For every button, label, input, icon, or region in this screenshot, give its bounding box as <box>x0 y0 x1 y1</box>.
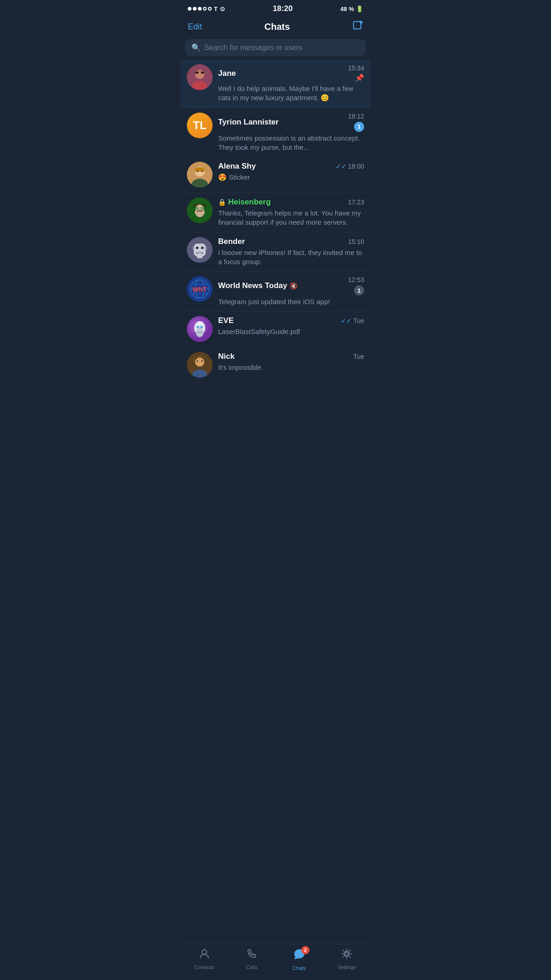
search-placeholder-text: Search for messages or users <box>204 44 302 52</box>
chat-header-bender: Bender 15:10 <box>218 237 364 246</box>
search-icon: 🔍 <box>191 43 201 52</box>
chat-right-jane: 15:34 📌 <box>344 64 364 82</box>
chat-item-bender[interactable]: Bender 15:10 I looove new iPhones! If fa… <box>180 232 371 272</box>
signal-strength <box>188 7 212 11</box>
chat-body-eve: EVE ✓✓ Tue LaserBlastSafetyGuide.pdf <box>218 316 364 336</box>
svg-text:WNT: WNT <box>192 286 207 293</box>
unread-badge-wnt: 1 <box>354 285 364 295</box>
chat-name-eve: EVE <box>218 316 234 325</box>
chat-preview-nick: It's impossible. <box>218 363 364 372</box>
nav-bar: Edit Chats <box>180 17 371 39</box>
status-right: 48 % 🔋 <box>340 6 363 12</box>
avatar-heisenberg <box>187 198 213 223</box>
chat-header-jane: Jane 15:34 📌 <box>218 64 364 82</box>
chat-name-jane: Jane <box>218 69 236 78</box>
chat-time-nick: Tue <box>353 353 364 360</box>
chat-item-eve[interactable]: EVE ✓✓ Tue LaserBlastSafetyGuide.pdf <box>180 312 371 347</box>
chat-meta-bender: I looove new iPhones! If fact, they invi… <box>218 248 364 267</box>
svg-point-48 <box>202 361 203 362</box>
edit-button[interactable]: Edit <box>188 22 202 32</box>
avatar-nick <box>187 352 213 378</box>
signal-dot-5 <box>208 7 212 11</box>
chat-header-heisenberg: 🔒 Heisenberg 17:23 <box>218 198 364 207</box>
search-bar[interactable]: 🔍 Search for messages or users <box>185 39 366 56</box>
chat-time-alena: ✓✓ 18:00 <box>336 163 364 170</box>
carrier-label: T <box>214 6 218 12</box>
svg-point-4 <box>195 70 204 79</box>
svg-rect-29 <box>197 256 202 258</box>
chat-body-wnt: World News Today 🔇 12:53 1 Telegram just… <box>218 276 364 306</box>
chat-preview-eve: LaserBlastSafetyGuide.pdf <box>218 327 364 336</box>
chat-preview-heisenberg: Thanks, Telegram helps me a lot. You hav… <box>218 209 364 227</box>
chat-right-wnt: 12:53 1 <box>344 276 364 295</box>
status-time: 18:20 <box>273 4 292 13</box>
chat-preview-bender: I looove new iPhones! If fact, they invi… <box>218 248 364 267</box>
avatar-eve <box>187 316 213 342</box>
unread-badge-tyrion: 1 <box>354 122 364 132</box>
chat-time-eve: ✓✓ Tue <box>341 317 364 324</box>
chat-preview-alena: 😍 Sticker <box>218 173 364 182</box>
chat-name-nick: Nick <box>218 352 235 361</box>
battery-percentage: 48 % <box>340 6 354 12</box>
chat-body-jane: Jane 15:34 📌 Well I do help animals. May… <box>218 64 364 103</box>
chat-meta-wnt: Telegram just updated their iOS app! <box>218 297 364 306</box>
compose-button[interactable] <box>352 20 363 34</box>
chat-item-nick[interactable]: Nick Tue It's impossible. <box>180 347 371 383</box>
time-label-eve: Tue <box>353 317 364 324</box>
chat-name-heisenberg: Heisenberg <box>228 198 271 207</box>
chat-preview-tyrion: Sometimes possession is an abstract conc… <box>218 134 364 153</box>
svg-point-43 <box>200 326 203 329</box>
signal-dot-2 <box>193 7 197 11</box>
chat-time-jane: 15:34 <box>348 64 364 72</box>
svg-point-26 <box>201 246 204 249</box>
chat-body-alena: Alena Shy ✓✓ 18:00 😍 Sticker <box>218 162 364 182</box>
chat-list: Jane 15:34 📌 Well I do help animals. May… <box>180 60 371 420</box>
chat-time-bender: 15:10 <box>348 238 364 245</box>
chat-header-wnt: World News Today 🔇 12:53 1 <box>218 276 364 295</box>
chat-item-heisenberg[interactable]: 🔒 Heisenberg 17:23 Thanks, Telegram help… <box>180 193 371 232</box>
pin-icon-jane: 📌 <box>355 74 364 82</box>
svg-point-13 <box>197 171 198 172</box>
chat-body-tyrion: Tyrion Lannister 18:12 1 Sometimes posse… <box>218 113 364 153</box>
chat-item-tyrion[interactable]: TL Tyrion Lannister 18:12 1 Sometimes po… <box>180 108 371 158</box>
chat-header-tyrion: Tyrion Lannister 18:12 1 <box>218 113 364 132</box>
signal-dot-1 <box>188 7 191 11</box>
chat-time-wnt: 12:53 <box>348 276 364 283</box>
wifi-icon: ⊙ <box>220 6 225 12</box>
chat-body-heisenberg: 🔒 Heisenberg 17:23 Thanks, Telegram help… <box>218 198 364 227</box>
chat-item-wnt[interactable]: WNT World News Today 🔇 12:53 1 Telegram … <box>180 272 371 312</box>
mute-icon-wnt: 🔇 <box>290 282 298 289</box>
avatar-initials-tyrion: TL <box>193 119 206 132</box>
battery-icon: 🔋 <box>356 6 363 12</box>
chat-item-jane[interactable]: Jane 15:34 📌 Well I do help animals. May… <box>180 60 371 108</box>
chat-right-alena: ✓✓ 18:00 <box>332 163 364 170</box>
chat-time-tyrion: 18:12 <box>348 113 364 120</box>
chat-name-bender: Bender <box>218 237 245 246</box>
chat-header-eve: EVE ✓✓ Tue <box>218 316 364 325</box>
svg-point-18 <box>197 207 199 210</box>
signal-dot-4 <box>203 7 207 11</box>
chat-right-eve: ✓✓ Tue <box>337 317 364 324</box>
svg-rect-0 <box>354 22 361 29</box>
avatar-jane <box>187 64 213 90</box>
chat-name-alena: Alena Shy <box>218 162 256 171</box>
double-check-alena: ✓✓ <box>336 163 347 170</box>
svg-point-25 <box>196 246 199 249</box>
chat-meta-eve: LaserBlastSafetyGuide.pdf <box>218 327 364 336</box>
chat-meta-tyrion: Sometimes possession is an abstract conc… <box>218 134 364 153</box>
svg-point-47 <box>197 361 198 362</box>
chat-preview-wnt: Telegram just updated their iOS app! <box>218 297 364 306</box>
svg-rect-28 <box>198 253 202 254</box>
chat-meta-jane: Well I do help animals. Maybe I'll have … <box>218 84 364 103</box>
chat-body-bender: Bender 15:10 I looove new iPhones! If fa… <box>218 237 364 267</box>
chat-meta-heisenberg: Thanks, Telegram helps me a lot. You hav… <box>218 209 364 227</box>
page-title: Chats <box>264 22 290 32</box>
svg-point-42 <box>197 326 199 329</box>
chat-item-alena[interactable]: Alena Shy ✓✓ 18:00 😍 Sticker <box>180 157 371 193</box>
chat-body-nick: Nick Tue It's impossible. <box>218 352 364 372</box>
chat-meta-alena: 😍 Sticker <box>218 173 364 182</box>
status-bar: T ⊙ 18:20 48 % 🔋 <box>180 0 371 17</box>
double-check-eve: ✓✓ <box>341 317 352 324</box>
svg-rect-30 <box>193 246 195 250</box>
svg-point-14 <box>202 171 203 172</box>
